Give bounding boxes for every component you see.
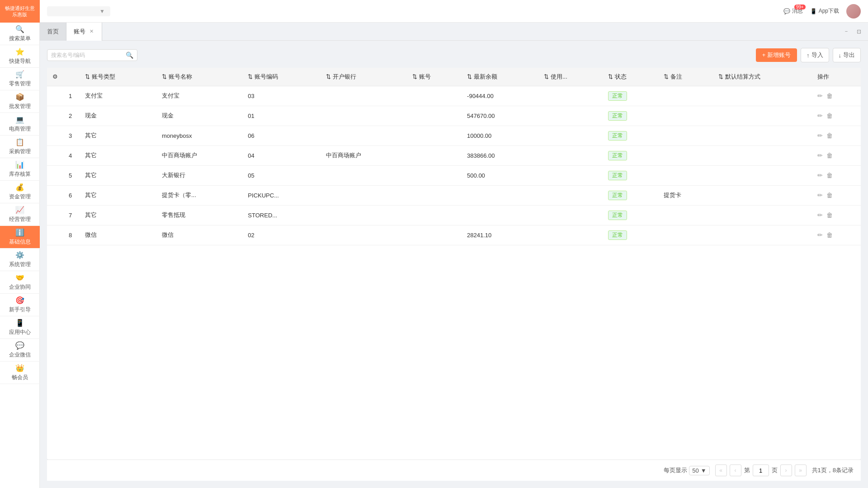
- col-balance[interactable]: ⇅ 最新余额: [462, 68, 538, 86]
- delete-button[interactable]: 🗑: [826, 92, 833, 99]
- col-remark-label: 备注: [670, 73, 682, 81]
- row-account: [407, 106, 462, 126]
- delete-button[interactable]: 🗑: [826, 152, 833, 159]
- col-status[interactable]: ⇅ 状态: [603, 68, 658, 86]
- search-box[interactable]: 🔍: [47, 49, 137, 61]
- edit-button[interactable]: ✏: [817, 192, 823, 199]
- avatar-image: [846, 4, 861, 19]
- sidebar-item-purchase-mgmt[interactable]: 📋 采购管理: [0, 136, 40, 158]
- next-page-button[interactable]: ›: [780, 465, 792, 476]
- edit-button[interactable]: ✏: [817, 211, 823, 219]
- top-header: ▼ 💬 消息 99+ 📱 App下载: [40, 0, 868, 23]
- delete-button[interactable]: 🗑: [826, 132, 833, 139]
- sidebar-item-label: 快捷导航: [9, 57, 31, 65]
- edit-button[interactable]: ✏: [817, 231, 823, 239]
- tab-home[interactable]: 首页: [40, 23, 66, 41]
- delete-button[interactable]: 🗑: [826, 172, 833, 179]
- sidebar-item-vip-member[interactable]: 👑 畅会员: [0, 361, 40, 384]
- avatar[interactable]: [846, 4, 861, 19]
- col-usage[interactable]: ⇅ 使用...: [538, 68, 603, 86]
- row-account: [407, 185, 462, 205]
- message-button[interactable]: 💬 消息 99+: [783, 7, 803, 15]
- prev-page-button[interactable]: ‹: [730, 465, 741, 476]
- content-area: 🔍 + 新增账号 ↑ 导入 ↓ 导出: [40, 41, 868, 488]
- app-download-button[interactable]: 📱 App下载: [810, 7, 839, 15]
- sidebar-item-label: 企业微信: [9, 351, 31, 359]
- tab-maximize-button[interactable]: ⊡: [854, 26, 864, 37]
- search-icon[interactable]: 🔍: [126, 52, 133, 59]
- col-bank[interactable]: ⇅ 开户银行: [321, 68, 406, 86]
- header-left: ▼: [47, 6, 110, 16]
- sidebar-item-label: 零售管理: [9, 80, 31, 88]
- sidebar-item-label: 新手引导: [9, 306, 31, 314]
- col-usage-label: 使用...: [551, 73, 567, 81]
- col-type[interactable]: ⇅ 账号类型: [80, 68, 156, 86]
- current-page-input[interactable]: [753, 465, 769, 476]
- import-button[interactable]: ↑ 导入: [801, 48, 829, 62]
- col-account[interactable]: ⇅ 账号: [407, 68, 462, 86]
- edit-button[interactable]: ✏: [817, 172, 823, 179]
- sidebar-item-enterprise-wechat[interactable]: 💬 企业微信: [0, 339, 40, 361]
- edit-button[interactable]: ✏: [817, 152, 823, 159]
- export-button[interactable]: ↓ 导出: [833, 48, 861, 62]
- quick-nav-icon: ⭐: [15, 47, 24, 56]
- row-remark: [658, 126, 713, 145]
- edit-button[interactable]: ✏: [817, 132, 823, 139]
- sidebar-item-wholesale-mgmt[interactable]: 📦 批发管理: [0, 90, 40, 113]
- col-name[interactable]: ⇅ 账号名称: [156, 68, 242, 86]
- first-page-button[interactable]: «: [715, 465, 727, 476]
- search-input[interactable]: [51, 52, 123, 58]
- sidebar-item-enterprise-agreement[interactable]: 🤝 企业协同: [0, 271, 40, 294]
- sidebar-item-label: 采购管理: [9, 148, 31, 155]
- row-status: 正常: [603, 185, 658, 205]
- col-code[interactable]: ⇅ 账号编码: [242, 68, 321, 86]
- row-remark: [658, 86, 713, 106]
- toolbar: 🔍 + 新增账号 ↑ 导入 ↓ 导出: [47, 48, 861, 62]
- row-usage: [538, 165, 603, 185]
- header-search-dropdown-icon[interactable]: ▼: [99, 8, 105, 14]
- col-remark[interactable]: ⇅ 备注: [658, 68, 713, 86]
- delete-button[interactable]: 🗑: [826, 192, 833, 199]
- add-account-button[interactable]: + 新增账号: [756, 48, 797, 62]
- main-container: ▼ 💬 消息 99+ 📱 App下载 首页 账号 ✕: [40, 0, 868, 488]
- row-code: 05: [242, 165, 321, 185]
- beginner-guide-icon: 🎯: [15, 296, 24, 305]
- sidebar-item-quick-nav[interactable]: ⭐ 快捷导航: [0, 45, 40, 68]
- tab-minimize-button[interactable]: －: [841, 26, 852, 37]
- delete-button[interactable]: 🗑: [826, 211, 833, 219]
- sidebar-item-operations-mgmt[interactable]: 📈 经营管理: [0, 203, 40, 226]
- edit-button[interactable]: ✏: [817, 112, 823, 119]
- tab-account[interactable]: 账号 ✕: [66, 23, 102, 41]
- delete-button[interactable]: 🗑: [826, 231, 833, 239]
- delete-button[interactable]: 🗑: [826, 112, 833, 119]
- enterprise-agreement-icon: 🤝: [15, 273, 24, 282]
- last-page-button[interactable]: »: [795, 465, 807, 476]
- header-search-box[interactable]: ▼: [47, 6, 110, 16]
- row-name: 现金: [156, 106, 242, 126]
- row-remark: [658, 205, 713, 225]
- sidebar-item-beginner-guide[interactable]: 🎯 新手引导: [0, 294, 40, 316]
- sidebar-item-retail-mgmt[interactable]: 🛒 零售管理: [0, 68, 40, 90]
- toolbar-right: + 新增账号 ↑ 导入 ↓ 导出: [756, 48, 861, 62]
- row-bank: 中百商场账户: [321, 145, 406, 165]
- row-actions: ✏ 🗑: [812, 205, 861, 225]
- sidebar-item-search-menu[interactable]: 🔍 搜索菜单: [0, 23, 40, 45]
- header-search-input[interactable]: [52, 8, 97, 14]
- status-badge: 正常: [608, 191, 627, 200]
- tab-bar: 首页 账号 ✕ － ⊡: [40, 23, 868, 41]
- sidebar-item-system-mgmt[interactable]: ⚙️ 系统管理: [0, 249, 40, 271]
- col-default-settlement[interactable]: ⇅ 默认结算方式: [713, 68, 811, 86]
- sidebar-item-basic-info[interactable]: ℹ️ 基础信息: [0, 226, 40, 249]
- sidebar-item-app-center[interactable]: 📱 应用中心: [0, 316, 40, 339]
- sidebar-item-capital-mgmt[interactable]: 💰 资金管理: [0, 181, 40, 203]
- row-balance: [462, 185, 538, 205]
- edit-button[interactable]: ✏: [817, 92, 823, 99]
- wholesale-mgmt-icon: 📦: [15, 93, 24, 101]
- tab-account-close-icon[interactable]: ✕: [88, 28, 94, 35]
- sidebar-item-ecommerce-mgmt[interactable]: 💻 电商管理: [0, 113, 40, 136]
- page-size-box[interactable]: 50 ▼: [689, 466, 709, 475]
- message-icon: 💬: [783, 8, 790, 14]
- col-setting[interactable]: ⚙: [47, 68, 63, 86]
- row-remark: [658, 106, 713, 126]
- sidebar-item-inventory-calc[interactable]: 📊 库存核算: [0, 158, 40, 181]
